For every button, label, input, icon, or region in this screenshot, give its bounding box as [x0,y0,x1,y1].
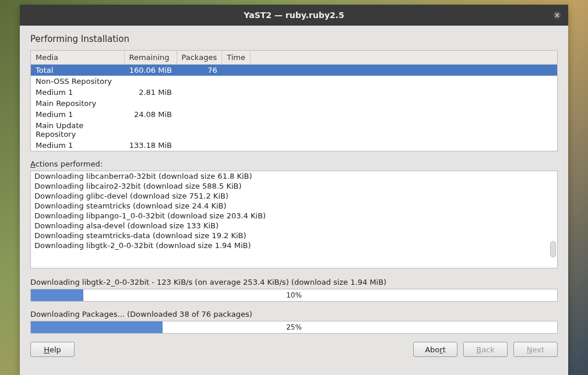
cell-media: Main Repository [31,98,124,109]
overall-download-status: Downloading Packages... (Downloaded 38 o… [30,310,558,319]
cell-media: Non-OSS Repository [31,76,124,87]
current-download-progress: 10% [30,289,558,302]
content-area: Performing Installation Media Remaining … [20,26,568,375]
cell-packages [177,109,222,120]
cell-remaining: 2.81 MiB [124,87,177,98]
yast-window: YaST2 — ruby.ruby2.5 Performing Installa… [20,5,568,375]
current-download-status: Downloading libgtk-2_0-0-32bit - 123 KiB… [30,278,558,286]
col-remaining[interactable]: Remaining [124,51,177,65]
log-line: Downloading libcairo2-32bit (download si… [31,181,557,191]
overall-download-progress: 25% [30,321,558,334]
cell-packages: 76 [177,65,222,76]
cell-time [222,109,251,120]
table-row[interactable]: Medium 12.81 MiB [31,87,557,98]
cell-time [222,76,251,87]
col-media[interactable]: Media [31,51,124,65]
page-title: Performing Installation [30,34,558,44]
help-button[interactable]: Help [30,342,75,357]
progress-label: 10% [31,289,557,301]
log-line: Downloading libcanberra0-32bit (download… [31,171,557,181]
cell-remaining [124,98,177,109]
cell-media: Medium 1 [31,109,124,120]
cell-remaining: 160.06 MiB [124,65,177,76]
cell-packages [177,98,222,109]
log-line: Downloading libgtk-2_0-0-32bit (download… [31,240,557,250]
table-header-row: Media Remaining Packages Time [31,51,557,65]
actions-log[interactable]: Downloading libcanberra0-32bit (download… [30,171,558,268]
cell-time [222,120,251,140]
scrollbar-thumb[interactable] [550,241,556,257]
cell-time [222,140,251,151]
cell-packages [177,76,222,87]
table-row[interactable]: Medium 124.08 MiB [31,109,557,120]
cell-packages [177,120,222,140]
log-line: Downloading steamtricks (download size 2… [31,201,557,211]
progress-label: 25% [31,321,557,333]
table-row[interactable]: Non-OSS Repository [31,76,557,87]
button-row: Help Abort Back Next [30,338,558,357]
window-title: YaST2 — ruby.ruby2.5 [244,10,344,20]
table-row[interactable]: Medium 1133.18 MiB [31,140,557,151]
cell-media: Medium 1 [31,140,124,151]
col-time[interactable]: Time [222,51,251,65]
back-button: Back [463,342,508,357]
close-icon[interactable] [552,10,562,20]
cell-media: Medium 1 [31,87,124,98]
abort-button[interactable]: Abort [413,342,457,357]
log-line: Downloading glibc-devel (download size 7… [31,191,557,201]
next-button: Next [513,342,558,357]
cell-remaining [124,120,177,140]
col-spacer [251,51,558,65]
cell-time [222,98,251,109]
col-packages[interactable]: Packages [177,51,222,65]
table-row[interactable]: Main Repository [31,98,557,109]
cell-media: Main Update Repository [31,120,124,140]
log-line: Downloading libpango-1_0-0-32bit (downlo… [31,211,557,221]
log-line: Downloading alsa-devel (download size 13… [31,221,557,231]
table-row[interactable]: Main Update Repository [31,120,557,140]
media-table[interactable]: Media Remaining Packages Time Total160.0… [30,50,558,151]
cell-remaining: 24.08 MiB [124,109,177,120]
cell-media: Total [31,65,124,76]
cell-packages [177,140,222,151]
table-row[interactable]: Total160.06 MiB76 [31,65,557,76]
titlebar: YaST2 — ruby.ruby2.5 [20,5,568,26]
actions-label: Actions performed: [30,160,558,168]
cell-time [222,87,251,98]
cell-packages [177,87,222,98]
cell-time [222,65,251,76]
cell-remaining: 133.18 MiB [124,140,177,151]
log-line: Downloading steamtricks-data (download s… [31,231,557,240]
cell-remaining [124,76,177,87]
